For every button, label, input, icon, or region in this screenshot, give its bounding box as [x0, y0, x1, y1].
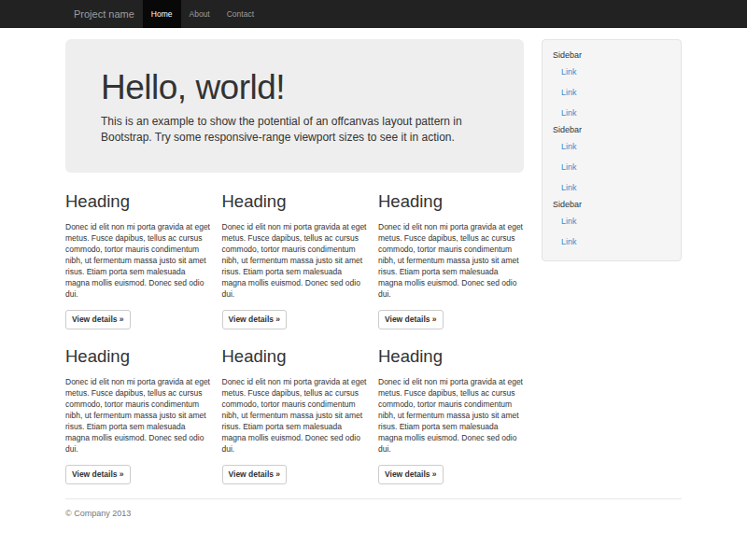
card-body-text: Donec id elit non mi porta gravida at eg…: [65, 376, 211, 455]
page-title: Hello, world!: [101, 67, 488, 108]
view-details-button[interactable]: View details »: [222, 310, 288, 329]
card-heading: Heading: [65, 189, 211, 214]
nav-item-about[interactable]: About: [181, 0, 218, 28]
content-card: Heading Donec id elit non mi porta gravi…: [378, 189, 524, 329]
content-card: Heading Donec id elit non mi porta gravi…: [65, 189, 211, 329]
content-card: Heading Donec id elit non mi porta gravi…: [378, 344, 524, 484]
sidebar-link[interactable]: Link: [543, 103, 681, 123]
card-body-text: Donec id elit non mi porta gravida at eg…: [378, 221, 524, 300]
sidebar-link[interactable]: Link: [543, 82, 681, 103]
sidebar-link[interactable]: Link: [543, 211, 681, 231]
main-content: Hello, world! This is an example to show…: [65, 28, 524, 484]
sidebar-group-1: Sidebar Link Link Link: [543, 49, 681, 123]
card-heading: Heading: [222, 189, 368, 214]
footer-container: © Company 2013: [65, 484, 682, 518]
sidebar-link[interactable]: Link: [543, 177, 681, 198]
sidebar: Sidebar Link Link Link Sidebar Link Link…: [542, 39, 682, 261]
content-card: Heading Donec id elit non mi porta gravi…: [65, 344, 211, 484]
navbar-menu: Home About Contact: [143, 0, 262, 28]
content-card: Heading Donec id elit non mi porta gravi…: [222, 189, 368, 329]
view-details-button[interactable]: View details »: [65, 465, 131, 484]
card-heading: Heading: [65, 344, 211, 369]
view-details-button[interactable]: View details »: [378, 465, 444, 484]
sidebar-group-heading: Sidebar: [543, 49, 681, 62]
navbar-container: Project name Home About Contact: [65, 0, 682, 28]
card-body-text: Donec id elit non mi porta gravida at eg…: [378, 376, 524, 455]
sidebar-panel: Sidebar Link Link Link Sidebar Link Link…: [542, 39, 682, 261]
sidebar-link[interactable]: Link: [543, 157, 681, 177]
jumbotron-text: This is an example to show the potential…: [101, 114, 488, 146]
card-body-text: Donec id elit non mi porta gravida at eg…: [222, 221, 368, 300]
sidebar-group-heading: Sidebar: [543, 123, 681, 136]
navbar: Project name Home About Contact: [0, 0, 747, 28]
brand-link[interactable]: Project name: [65, 0, 143, 28]
card-row-1: Heading Donec id elit non mi porta gravi…: [65, 189, 524, 329]
footer: © Company 2013: [65, 498, 682, 518]
page-container: Hello, world! This is an example to show…: [65, 28, 682, 484]
sidebar-link[interactable]: Link: [543, 62, 681, 82]
view-details-button[interactable]: View details »: [222, 465, 288, 484]
sidebar-link[interactable]: Link: [543, 136, 681, 157]
sidebar-link[interactable]: Link: [543, 231, 681, 252]
copyright-text: © Company 2013: [65, 509, 682, 518]
card-body-text: Donec id elit non mi porta gravida at eg…: [222, 376, 368, 455]
card-heading: Heading: [378, 189, 524, 214]
content-card: Heading Donec id elit non mi porta gravi…: [222, 344, 368, 484]
nav-item-home[interactable]: Home: [143, 0, 181, 28]
view-details-button[interactable]: View details »: [378, 310, 444, 329]
jumbotron: Hello, world! This is an example to show…: [65, 39, 524, 173]
card-heading: Heading: [378, 344, 524, 369]
card-heading: Heading: [222, 344, 368, 369]
card-body-text: Donec id elit non mi porta gravida at eg…: [65, 221, 211, 300]
sidebar-group-heading: Sidebar: [543, 198, 681, 211]
sidebar-group-2: Sidebar Link Link Link: [543, 123, 681, 198]
card-row-2: Heading Donec id elit non mi porta gravi…: [65, 344, 524, 484]
nav-item-contact[interactable]: Contact: [218, 0, 262, 28]
view-details-button[interactable]: View details »: [65, 310, 131, 329]
sidebar-group-3: Sidebar Link Link: [543, 198, 681, 252]
